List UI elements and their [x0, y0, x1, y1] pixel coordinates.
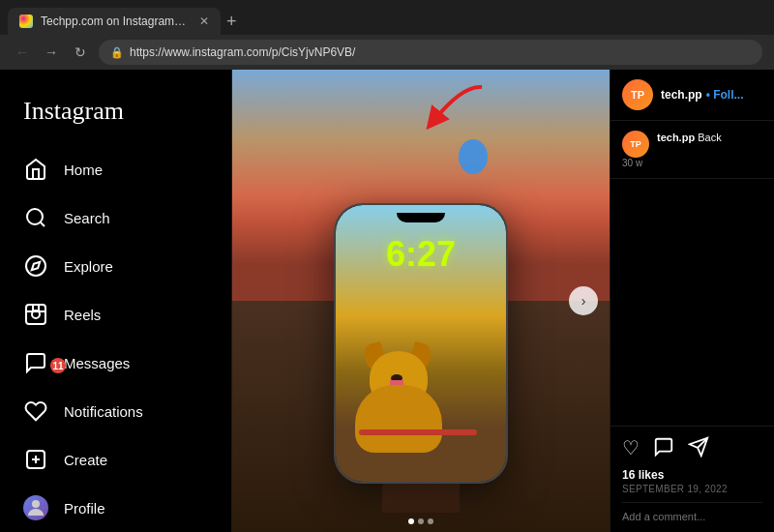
reels-icon [23, 302, 48, 327]
address-bar[interactable]: 🔒 https://www.instagram.com/p/CisYjvNP6V… [99, 40, 762, 65]
sidebar-item-messages[interactable]: 11 Messages [12, 339, 220, 387]
tab-close-button[interactable]: ✕ [199, 15, 209, 28]
sidebar: Instagram Home Search [0, 70, 232, 532]
phone-time: 6:27 [386, 234, 456, 275]
sidebar-item-notifications[interactable]: Notifications [12, 387, 220, 435]
phone-notch [397, 213, 445, 222]
messages-icon: 11 [23, 350, 48, 375]
post-image: 6:27 › [232, 70, 610, 532]
sidebar-item-create[interactable]: Create [12, 435, 220, 484]
add-comment-row [622, 502, 762, 522]
main-content: 6:27 › [232, 70, 774, 532]
create-icon [23, 447, 48, 472]
phone-wallpaper: 6:27 [336, 205, 506, 482]
dot-2 [418, 518, 424, 524]
forward-button[interactable]: → [41, 42, 62, 63]
add-comment-input[interactable] [622, 511, 762, 522]
comment-icon[interactable] [653, 436, 674, 462]
browser-chrome: Techpp.com on Instagram: "Back... ✕ + ← … [0, 0, 774, 70]
profile-avatar [23, 495, 48, 520]
likes-count: 16 likes [622, 468, 762, 482]
action-icons: ♡ [622, 436, 762, 462]
post-actions: ♡ 16 likes SEPTEMBER 19, 2022 [610, 426, 774, 532]
dot-3 [428, 518, 433, 524]
blue-balloon [459, 139, 488, 174]
new-tab-button[interactable]: + [221, 12, 243, 32]
url-text: https://www.instagram.com/p/CisYjvNP6VB/ [130, 45, 355, 59]
dog-collar [359, 429, 477, 435]
sidebar-item-search[interactable]: Search [12, 193, 220, 242]
like-icon[interactable]: ♡ [622, 436, 640, 462]
sidebar-item-explore[interactable]: Explore [12, 242, 220, 290]
comment-username: tech.pp [657, 132, 695, 143]
sidebar-item-label-reels: Reels [64, 307, 101, 323]
sidebar-item-label-profile: Profile [64, 500, 105, 517]
svg-point-2 [26, 256, 45, 276]
comment-body: Back [698, 132, 721, 143]
search-icon [23, 205, 48, 230]
browser-tab[interactable]: Techpp.com on Instagram: "Back... ✕ [8, 8, 221, 35]
sidebar-item-label-notifications: Notifications [64, 403, 143, 420]
phone-screen: 6:27 [336, 205, 506, 482]
sidebar-item-label-home: Home [64, 162, 103, 178]
instagram-app: Instagram Home Search [0, 70, 774, 532]
phone-in-hand: 6:27 [314, 203, 527, 513]
post-header: TP tech.pp • Foll... [610, 70, 774, 121]
post-next-button[interactable]: › [569, 286, 598, 315]
address-bar-row: ← → ↻ 🔒 https://www.instagram.com/p/CisY… [0, 35, 774, 70]
svg-point-12 [32, 500, 40, 508]
tab-bar: Techpp.com on Instagram: "Back... ✕ + [0, 0, 774, 35]
sidebar-item-home[interactable]: Home [12, 145, 220, 193]
comment-time: 30 w [622, 158, 762, 168]
profile-icon [23, 495, 48, 520]
sidebar-item-reels[interactable]: Reels [12, 290, 220, 339]
sidebar-item-label-search: Search [64, 210, 110, 226]
notifications-icon [23, 399, 48, 424]
home-icon [23, 157, 48, 182]
instagram-logo: Instagram [12, 85, 220, 145]
tab-favicon [19, 15, 33, 28]
tab-title: Techpp.com on Instagram: "Back... [41, 15, 188, 28]
dot-1 [408, 518, 414, 524]
right-panel: TP tech.pp • Foll... TP tech.pp Back 30 … [610, 70, 774, 532]
message-badge: 11 [50, 358, 66, 373]
post-user-avatar: TP [622, 79, 653, 110]
svg-marker-3 [32, 262, 40, 270]
explore-icon [23, 253, 48, 279]
svg-line-1 [41, 222, 45, 226]
svg-point-0 [27, 209, 43, 224]
sidebar-item-profile[interactable]: Profile [12, 484, 220, 532]
sidebar-item-label-messages: Messages [64, 355, 130, 371]
sidebar-item-label-create: Create [64, 452, 107, 468]
lock-icon: 🔒 [110, 46, 124, 59]
back-button[interactable]: ← [12, 42, 33, 63]
sidebar-item-label-explore: Explore [64, 258, 113, 275]
phone-body: 6:27 [334, 203, 508, 484]
user-info: tech.pp • Foll... [661, 88, 762, 102]
comment-section: TP tech.pp Back 30 w [610, 121, 774, 179]
post-username[interactable]: tech.pp [661, 88, 702, 102]
follow-button[interactable]: • Foll... [706, 88, 744, 102]
refresh-button[interactable]: ↻ [70, 42, 91, 63]
share-icon[interactable] [688, 436, 709, 462]
svg-rect-4 [26, 305, 45, 324]
dog-body [355, 385, 442, 453]
username-row: tech.pp • Foll... [661, 88, 762, 102]
post-dots [408, 518, 433, 524]
comment-avatar: TP [622, 131, 649, 158]
post-date: SEPTEMBER 19, 2022 [622, 484, 762, 494]
